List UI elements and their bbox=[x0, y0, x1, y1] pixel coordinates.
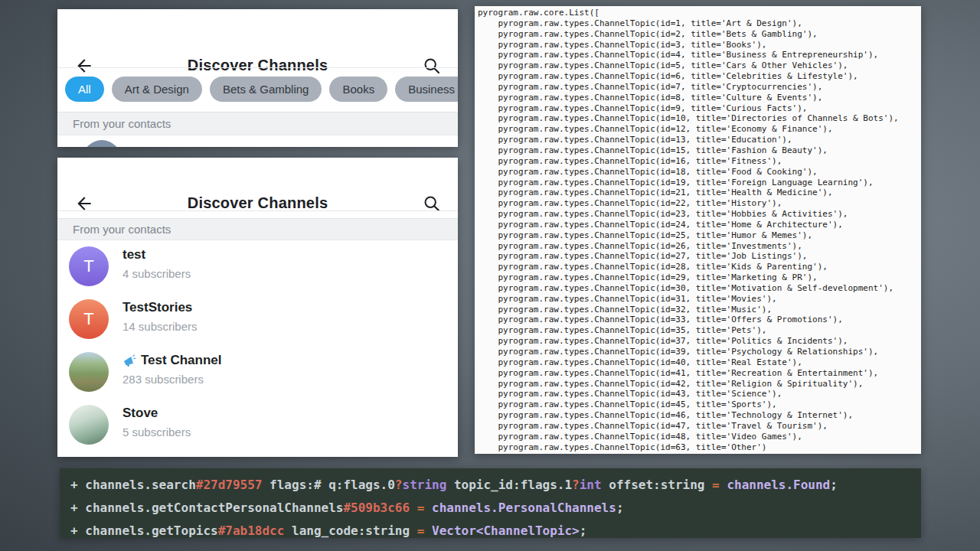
partial-avatar bbox=[83, 140, 121, 147]
console-text: pyrogram.raw.core.List([ pyrogram.raw.ty… bbox=[475, 6, 921, 452]
app-header: Discover Channels bbox=[57, 171, 458, 208]
channel-avatar: T bbox=[69, 246, 109, 286]
page-title: Discover Channels bbox=[57, 57, 458, 74]
discover-channels-screen-categories: Discover Channels AllArt & DesignBets & … bbox=[57, 9, 458, 147]
python-console-output: pyrogram.raw.core.List([ pyrogram.raw.ty… bbox=[475, 6, 921, 454]
channel-list-item[interactable]: Stove5 subscribers bbox=[57, 399, 458, 452]
section-header: From your contacts bbox=[57, 218, 458, 240]
search-icon[interactable] bbox=[423, 57, 441, 75]
channel-name: test bbox=[122, 247, 191, 262]
tl-schema-line: + channels.getTopics#7ab18dcc lang_code:… bbox=[70, 520, 921, 543]
channel-list: Ttest4 subscribersTTestStories14 subscri… bbox=[57, 240, 458, 457]
channel-avatar: T bbox=[69, 299, 109, 339]
header-divider bbox=[57, 210, 458, 211]
channel-name: Test Channel bbox=[122, 353, 221, 368]
header-divider bbox=[57, 67, 458, 68]
tl-schema-line: + channels.getContactPersonalChannels#50… bbox=[70, 497, 921, 520]
subscriber-count: 5 subscribers bbox=[122, 425, 191, 439]
megaphone-icon bbox=[122, 354, 136, 367]
category-chip[interactable]: All bbox=[65, 77, 104, 102]
channel-avatar bbox=[69, 405, 109, 445]
subscriber-count: 4 subscribers bbox=[122, 267, 191, 280]
category-chips-row: AllArt & DesignBets & GamblingBooksBusin… bbox=[57, 77, 458, 102]
category-chip[interactable]: Business & Entrepreneurship bbox=[395, 77, 458, 102]
tl-schema-line: + channels.search#27d79557 flags:# q:fla… bbox=[70, 474, 921, 497]
channel-name: Stove bbox=[122, 406, 191, 421]
app-header: Discover Channels bbox=[57, 31, 458, 67]
channel-avatar bbox=[69, 352, 109, 392]
category-chip[interactable]: Bets & Gambling bbox=[210, 77, 322, 102]
channel-list-item[interactable]: Ttest4 subscribers bbox=[57, 240, 458, 293]
channel-list-item[interactable]: Test Channel283 subscribers bbox=[57, 346, 458, 399]
page-title: Discover Channels bbox=[57, 194, 458, 212]
subscriber-count: 283 subscribers bbox=[122, 373, 221, 386]
section-header: From your contacts bbox=[57, 112, 458, 135]
channel-name: TestStories bbox=[122, 300, 198, 315]
tl-schema-diff-bar: + channels.search#27d79557 flags:# q:fla… bbox=[60, 468, 921, 538]
category-chip[interactable]: Books bbox=[329, 77, 387, 102]
discover-channels-screen-contacts: Discover Channels From your contacts Tte… bbox=[57, 158, 458, 457]
channel-list-item[interactable]: TTestStories14 subscribers bbox=[57, 293, 458, 346]
tl-schema-lines: + channels.search#27d79557 flags:# q:fla… bbox=[60, 468, 921, 543]
screenshot-stage: Discover Channels AllArt & DesignBets & … bbox=[0, 0, 980, 551]
category-chip[interactable]: Art & Design bbox=[112, 77, 202, 102]
subscriber-count: 14 subscribers bbox=[122, 320, 198, 333]
